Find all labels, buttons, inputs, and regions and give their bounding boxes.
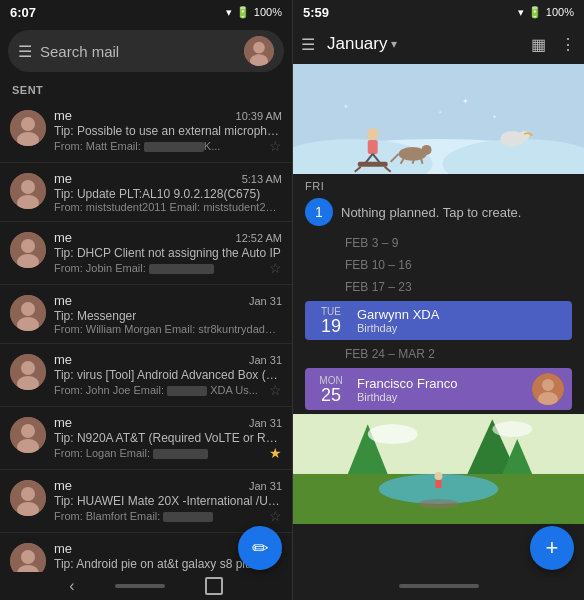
calendar-grid-icon[interactable]: ▦ — [531, 35, 546, 54]
battery-pct-left: 100% — [254, 6, 282, 18]
status-icons-left: ▾ 🔋 100% — [226, 6, 282, 19]
home-button-left[interactable] — [115, 584, 165, 588]
email-item-6[interactable]: me Jan 31 Tip: N920A AT&T (Required VoLT… — [0, 407, 292, 470]
email-content-1: me 10:39 AM Tip: Possible to use an exte… — [54, 108, 282, 154]
email-content-4: me Jan 31 Tip: Messenger From: William M… — [54, 293, 282, 335]
search-input[interactable]: Search mail — [40, 43, 236, 60]
star-icon-5[interactable]: ☆ — [269, 382, 282, 398]
compose-icon: ✏ — [252, 536, 269, 560]
month-label: January — [327, 34, 387, 54]
email-time-1: 10:39 AM — [236, 110, 282, 122]
avatar-email-3 — [10, 232, 46, 268]
svg-point-7 — [21, 180, 35, 194]
avatar-email-8 — [10, 543, 46, 572]
week-range-1: FEB 3 – 9 — [293, 232, 584, 254]
email-sender-5: me — [54, 352, 72, 367]
email-subject-6: Tip: N920A AT&T (Required VoLTE or Ro... — [54, 431, 282, 445]
email-item-1[interactable]: me 10:39 AM Tip: Possible to use an exte… — [0, 100, 292, 163]
svg-point-16 — [21, 361, 35, 375]
email-preview-5: From: John Joe Email: XDA Us... — [54, 384, 265, 396]
event-day-num-1: 19 — [321, 317, 341, 335]
calendar-header: ☰ January ▾ ▦ ⋮ — [293, 24, 584, 64]
email-item-3[interactable]: me 12:52 AM Tip: DHCP Client not assigni… — [0, 222, 292, 285]
email-item-5[interactable]: me Jan 31 Tip: virus [Tool] Android Adva… — [0, 344, 292, 407]
svg-point-4 — [21, 117, 35, 131]
today-circle: 1 — [305, 198, 333, 226]
avatar-email-4 — [10, 295, 46, 331]
dropdown-arrow[interactable]: ▾ — [391, 37, 397, 51]
svg-rect-32 — [368, 140, 378, 154]
avatar-email-1 — [10, 110, 46, 146]
status-bar-right: 5:59 ▾ 🔋 100% — [293, 0, 584, 24]
event-type-1: Birthday — [357, 322, 564, 334]
today-row[interactable]: 1 Nothing planned. Tap to create. — [293, 194, 584, 232]
recents-button-left[interactable] — [205, 577, 223, 595]
svg-point-63 — [419, 499, 459, 509]
search-bar[interactable]: ☰ Search mail — [8, 30, 284, 72]
svg-text:✦: ✦ — [438, 109, 442, 115]
right-panel: 5:59 ▾ 🔋 100% ☰ January ▾ ▦ ⋮ — [292, 0, 584, 600]
event-info-2: Francisco Franco Birthday — [349, 376, 532, 403]
left-panel: 6:07 ▾ 🔋 100% ☰ Search mail SENT — [0, 0, 292, 600]
email-preview-6: From: Logan Email: — [54, 447, 265, 459]
star-icon-6[interactable]: ★ — [269, 445, 282, 461]
email-sender-3: me — [54, 230, 72, 245]
email-list: me 10:39 AM Tip: Possible to use an exte… — [0, 100, 292, 572]
email-preview-7: From: Blamfort Email: — [54, 510, 265, 522]
today-num: 1 — [315, 204, 323, 220]
status-bar-left: 6:07 ▾ 🔋 100% — [0, 0, 292, 24]
email-sender-8: me — [54, 541, 72, 556]
battery-pct-right: 100% — [546, 6, 574, 18]
wifi-icon: ▾ — [226, 6, 232, 19]
event-name-2: Francisco Franco — [357, 376, 532, 391]
email-sender-7: me — [54, 478, 72, 493]
event-day-name-2: MON — [319, 375, 342, 386]
svg-point-65 — [492, 421, 532, 437]
month-title: January ▾ — [327, 34, 531, 54]
svg-rect-53 — [293, 414, 584, 474]
email-time-7: Jan 31 — [249, 480, 282, 492]
email-content-2: me 5:13 AM Tip: Update PLT:AL10 9.0.2.12… — [54, 171, 282, 213]
svg-point-61 — [435, 472, 443, 480]
hamburger-icon-left[interactable]: ☰ — [18, 42, 32, 61]
email-content-7: me Jan 31 Tip: HUAWEI Mate 20X -Internat… — [54, 478, 282, 524]
more-options-icon[interactable]: ⋮ — [560, 35, 576, 54]
event-name-1: Garwynn XDA — [357, 307, 564, 322]
week-range-4: FEB 24 – MAR 2 — [293, 343, 584, 365]
email-content-3: me 12:52 AM Tip: DHCP Client not assigni… — [54, 230, 282, 276]
home-pill-right[interactable] — [399, 584, 479, 588]
email-item-4[interactable]: me Jan 31 Tip: Messenger From: William M… — [0, 285, 292, 344]
avatar-email-6 — [10, 417, 46, 453]
email-subject-7: Tip: HUAWEI Mate 20X -International /UK … — [54, 494, 282, 508]
time-left: 6:07 — [10, 5, 36, 20]
email-item-7[interactable]: me Jan 31 Tip: HUAWEI Mate 20X -Internat… — [0, 470, 292, 533]
star-icon-3[interactable]: ☆ — [269, 260, 282, 276]
email-subject-5: Tip: virus [Tool] Android Advanced Box (… — [54, 368, 282, 382]
header-actions: ▦ ⋮ — [531, 35, 576, 54]
avatar-left[interactable] — [244, 36, 274, 66]
star-icon-7[interactable]: ☆ — [269, 508, 282, 524]
email-time-4: Jan 31 — [249, 295, 282, 307]
add-event-fab[interactable]: + — [530, 526, 574, 570]
svg-point-13 — [21, 302, 35, 316]
email-subject-4: Tip: Messenger — [54, 309, 282, 323]
hamburger-icon-right[interactable]: ☰ — [301, 35, 315, 54]
week-range-3: FEB 17 – 23 — [293, 276, 584, 298]
email-item-2[interactable]: me 5:13 AM Tip: Update PLT:AL10 9.0.2.12… — [0, 163, 292, 222]
compose-fab[interactable]: ✏ — [238, 526, 282, 570]
back-button-left[interactable]: ‹ — [69, 577, 74, 595]
no-events-text: Nothing planned. Tap to create. — [341, 205, 521, 220]
nav-bar-right — [293, 572, 584, 600]
email-time-2: 5:13 AM — [242, 173, 282, 185]
birthday-event-1[interactable]: TUE 19 Garwynn XDA Birthday — [305, 301, 572, 340]
birthday-event-2[interactable]: MON 25 Francisco Franco Birthday — [305, 368, 572, 410]
nature-illustration — [293, 414, 584, 524]
email-sender-1: me — [54, 108, 72, 123]
svg-point-25 — [21, 550, 35, 564]
winter-illustration: ✦ ✦ ✦ ✦ — [293, 64, 584, 174]
section-label: SENT — [0, 78, 292, 100]
star-icon-1[interactable]: ☆ — [269, 138, 282, 154]
svg-text:✦: ✦ — [462, 97, 469, 106]
avatar-email-5 — [10, 354, 46, 390]
svg-point-19 — [21, 424, 35, 438]
